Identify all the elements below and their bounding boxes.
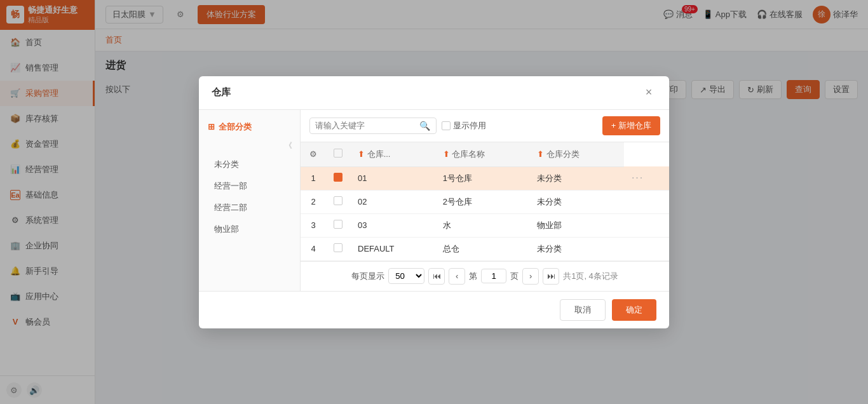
search-box: 🔍 (309, 118, 437, 134)
category-item-property[interactable]: 物业部 (199, 219, 300, 240)
all-categories-item[interactable]: ⊞ 全部分类 (199, 116, 300, 138)
sort-cat-icon: ⬆ (537, 149, 544, 159)
category-item-ops1[interactable]: 经营一部 (199, 175, 300, 197)
warehouse-modal: 仓库 × ⊞ 全部分类 《 未分类 经营一部 (199, 76, 669, 328)
category-item-unclassified[interactable]: 未分类 (199, 154, 300, 175)
modal-body: ⊞ 全部分类 《 未分类 经营一部 经营二部 物业部 (199, 110, 669, 291)
sort-name-icon: ⬆ (443, 149, 450, 159)
pagination: 每页显示 102050100 ⏮ ‹ 第 页 › ⏭ 共1页, 4条记录 (301, 261, 669, 291)
row-name-cell: 2号仓库 (435, 190, 530, 213)
table-row[interactable]: 4 DEFAULT 总仓 未分类 (301, 237, 669, 260)
warehouse-table-wrap: ⚙ ⬆ 仓库... ⬆ (301, 142, 669, 261)
first-page-button[interactable]: ⏮ (428, 268, 445, 285)
row-gear-cell: 4 (301, 237, 326, 260)
table-area: 🔍 显示停用 + 新增仓库 ⚙ (301, 110, 669, 291)
cancel-button[interactable]: 取消 (560, 299, 606, 321)
col-check (326, 142, 350, 167)
col-category: ⬆ 仓库分类 (529, 142, 624, 167)
row-code-cell: 01 (350, 166, 435, 190)
show-disabled-checkbox[interactable] (442, 121, 451, 130)
col-code: ⬆ 仓库... (350, 142, 435, 167)
per-page-label: 每页显示 (351, 271, 384, 282)
row-name-cell: 水 (435, 213, 530, 237)
add-warehouse-button[interactable]: + 新增仓库 (602, 116, 660, 135)
table-gear-icon[interactable]: ⚙ (309, 149, 317, 159)
row-checkbox[interactable] (334, 196, 342, 205)
modal-title: 仓库 (212, 86, 231, 98)
table-row[interactable]: 3 03 水 物业部 (301, 213, 669, 237)
row-check-cell[interactable] (326, 166, 350, 190)
row-gear-cell: 1 (301, 166, 326, 190)
table-toolbar: 🔍 显示停用 + 新增仓库 (301, 110, 669, 142)
collapse-icon[interactable]: 《 (282, 138, 295, 154)
row-name-cell: 总仓 (435, 237, 530, 260)
row-code-cell: DEFAULT (350, 237, 435, 260)
grid-icon: ⊞ (208, 122, 215, 131)
row-code-cell: 02 (350, 190, 435, 213)
row-category-cell: 未分类 (529, 237, 624, 260)
page-unit: 页 (510, 271, 519, 282)
confirm-button[interactable]: 确定 (612, 299, 656, 321)
page-label: 第 (469, 271, 477, 282)
search-icon[interactable]: 🔍 (419, 121, 430, 131)
row-more-icon[interactable]: ··· (632, 172, 644, 183)
search-input[interactable] (315, 121, 417, 130)
row-checkbox[interactable] (334, 243, 342, 252)
row-checkbox[interactable] (334, 220, 342, 229)
row-gear-cell: 2 (301, 190, 326, 213)
row-category-cell: 未分类 (529, 166, 624, 190)
warehouse-table: ⚙ ⬆ 仓库... ⬆ (301, 142, 669, 261)
col-gear: ⚙ (301, 142, 326, 167)
table-row[interactable]: 1 01 1号仓库 未分类 ··· (301, 166, 669, 190)
show-disabled-toggle[interactable]: 显示停用 (442, 120, 486, 131)
modal-header: 仓库 × (199, 76, 669, 110)
page-total: 共1页, 4条记录 (563, 271, 618, 282)
category-sidebar: ⊞ 全部分类 《 未分类 经营一部 经营二部 物业部 (199, 110, 301, 291)
row-category-cell: 物业部 (529, 213, 624, 237)
row-category-cell: 未分类 (529, 190, 624, 213)
modal-close-button[interactable]: × (641, 85, 656, 100)
row-name-cell: 1号仓库 (435, 166, 530, 190)
col-name: ⬆ 仓库名称 (435, 142, 530, 167)
last-page-button[interactable]: ⏭ (543, 268, 559, 285)
show-disabled-label: 显示停用 (453, 120, 486, 131)
select-all-checkbox[interactable] (334, 149, 342, 158)
row-more-cell[interactable]: ··· (624, 166, 669, 190)
category-item-ops2[interactable]: 经营二部 (199, 197, 300, 219)
all-categories-label: 全部分类 (219, 121, 252, 133)
row-check-cell[interactable] (326, 213, 350, 237)
modal-footer: 取消 确定 (199, 291, 669, 328)
row-checkbox[interactable] (334, 173, 342, 182)
modal-overlay: 仓库 × ⊞ 全部分类 《 未分类 经营一部 (0, 0, 868, 404)
page-number-input[interactable] (481, 269, 506, 283)
table-row[interactable]: 2 02 2号仓库 未分类 (301, 190, 669, 213)
sort-icon: ⬆ (358, 149, 365, 159)
row-check-cell[interactable] (326, 190, 350, 213)
row-code-cell: 03 (350, 213, 435, 237)
next-page-button[interactable]: › (522, 268, 539, 285)
prev-page-button[interactable]: ‹ (449, 268, 465, 285)
row-gear-cell: 3 (301, 213, 326, 237)
per-page-select[interactable]: 102050100 (388, 268, 424, 284)
row-check-cell[interactable] (326, 237, 350, 260)
